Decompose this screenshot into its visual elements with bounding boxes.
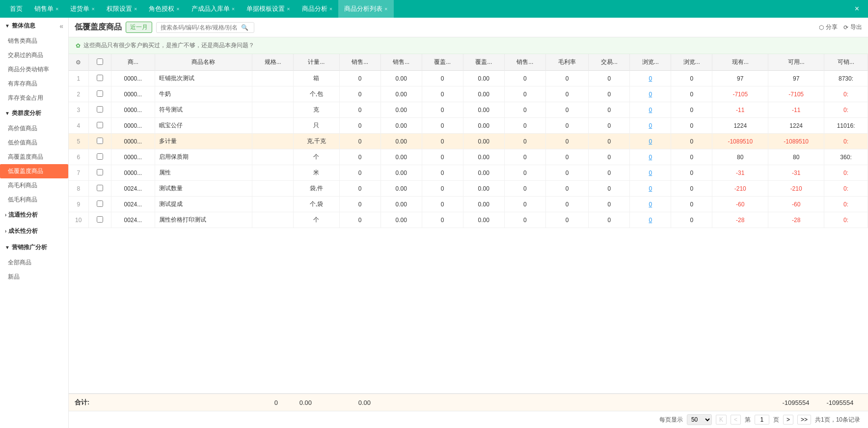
sidebar-item-in-stock[interactable]: 有库存商品	[0, 77, 68, 91]
sidebar-section-growth[interactable]: › 成长性分析	[0, 223, 68, 239]
nav-close-sales[interactable]: ×	[55, 6, 58, 12]
sidebar-item-traded-goods[interactable]: 交易过的商品	[0, 48, 68, 62]
row-checkbox[interactable]	[88, 197, 111, 212]
row-sales3: 0	[504, 149, 545, 165]
export-icon: ⟳	[843, 24, 848, 31]
share-btn[interactable]: ⬡ 分享	[819, 23, 838, 31]
row-browse1[interactable]: 0	[630, 181, 671, 197]
row-sellable: 8730:	[824, 71, 868, 86]
nav-close-analysis-list[interactable]: ×	[384, 6, 387, 12]
sidebar-section-marketing[interactable]: ▼ 营销推广分析	[0, 239, 68, 256]
row-browse1[interactable]: 0	[630, 212, 671, 228]
row-checkbox[interactable]	[88, 165, 111, 181]
close-all-btn[interactable]: ×	[850, 4, 864, 13]
sidebar-item-high-value[interactable]: 高价值商品	[0, 121, 68, 136]
nav-close-purchase[interactable]: ×	[91, 6, 94, 12]
sidebar-item-high-margin[interactable]: 高毛利商品	[0, 178, 68, 193]
sidebar-item-low-coverage[interactable]: 低覆盖度商品	[0, 164, 68, 178]
row-current: 1224	[712, 118, 768, 134]
sidebar-section-overall[interactable]: ▼ 整体信息 «	[0, 18, 68, 34]
row-name: 牛奶	[155, 86, 252, 102]
row-current: 80	[712, 149, 768, 165]
nav-close-analysis[interactable]: ×	[329, 6, 332, 12]
sidebar-item-new-goods[interactable]: 新品	[0, 270, 68, 284]
row-checkbox[interactable]	[88, 149, 111, 165]
row-cover2: 0.00	[463, 86, 504, 102]
nav-analysis[interactable]: 商品分析 ×	[296, 0, 338, 18]
sidebar-item-low-value[interactable]: 低价值商品	[0, 136, 68, 150]
main-container: ▼ 整体信息 « 销售类商品 交易过的商品 商品分类动销率 有库存商品 库存资金…	[0, 18, 868, 428]
nav-permission[interactable]: 权限设置 ×	[101, 0, 143, 18]
nav-close-product-warehouse[interactable]: ×	[232, 6, 235, 12]
row-browse1[interactable]: 0	[630, 102, 671, 118]
sidebar-item-category-turnover[interactable]: 商品分类动销率	[0, 62, 68, 77]
sidebar-item-inventory-capital[interactable]: 库存资金占用	[0, 91, 68, 105]
row-trade: 0	[589, 71, 630, 86]
page-number-input[interactable]	[755, 415, 769, 425]
sidebar-item-sales-goods[interactable]: 销售类商品	[0, 34, 68, 48]
sidebar-item-low-margin[interactable]: 低毛利商品	[0, 193, 68, 207]
settings-icon[interactable]: ⚙	[76, 59, 81, 66]
export-btn[interactable]: ⟳ 导出	[843, 23, 862, 31]
nav-analysis-list[interactable]: 商品分析列表 ×	[338, 0, 393, 18]
row-cover2: 0.00	[463, 134, 504, 149]
row-checkbox[interactable]	[88, 212, 111, 228]
nav-purchase[interactable]: 进货单 ×	[64, 0, 100, 18]
row-checkbox[interactable]	[88, 71, 111, 86]
row-margin: 0	[545, 165, 589, 181]
row-browse1[interactable]: 0	[630, 197, 671, 212]
table-row: 9 0024... 测试提成 个,袋 0 0.00 0 0.00 0 0 0 0…	[69, 197, 868, 212]
row-cover2: 0.00	[463, 165, 504, 181]
last-page-btn[interactable]: >>	[797, 415, 811, 425]
nav-template[interactable]: 单据模板设置 ×	[241, 0, 296, 18]
row-browse1[interactable]: 0	[630, 118, 671, 134]
row-checkbox[interactable]	[88, 181, 111, 197]
row-cover1: 0	[422, 212, 463, 228]
sidebar-item-high-coverage[interactable]: 高覆盖度商品	[0, 150, 68, 164]
row-browse1[interactable]: 0	[630, 86, 671, 102]
row-browse1[interactable]: 0	[630, 149, 671, 165]
first-page-btn[interactable]: K	[716, 415, 727, 425]
search-input[interactable]	[161, 24, 239, 31]
row-name: 旺铺批次测试	[155, 71, 252, 86]
sidebar-item-all-goods[interactable]: 全部商品	[0, 256, 68, 270]
row-checkbox[interactable]	[88, 118, 111, 134]
total-sales1: 0	[261, 399, 291, 406]
row-browse1[interactable]: 0	[630, 134, 671, 149]
row-sales3: 0	[504, 134, 545, 149]
nav-role[interactable]: 角色授权 ×	[143, 0, 185, 18]
row-browse1[interactable]: 0	[630, 71, 671, 86]
row-checkbox[interactable]	[88, 102, 111, 118]
row-trade: 0	[589, 86, 630, 102]
sidebar-collapse-btn[interactable]: «	[59, 22, 63, 30]
next-page-btn[interactable]: >	[783, 415, 793, 425]
prev-page-btn[interactable]: <	[731, 415, 741, 425]
sidebar-section-cluster[interactable]: ▼ 类群度分析	[0, 105, 68, 121]
row-cover1: 0	[422, 118, 463, 134]
row-browse1[interactable]: 0	[630, 165, 671, 181]
nav-close-role[interactable]: ×	[176, 6, 179, 12]
date-filter-btn[interactable]: 近一月	[126, 22, 152, 33]
row-checkbox[interactable]	[88, 86, 111, 102]
row-sales2: 0.00	[380, 197, 422, 212]
col-available: 可用...	[768, 54, 824, 71]
nav-close-permission[interactable]: ×	[134, 6, 137, 12]
row-cover2: 0.00	[463, 149, 504, 165]
row-sales3: 0	[504, 86, 545, 102]
info-banner: ✿ 这些商品只有很少客户购买过，是推广不够，还是商品本身问题？	[69, 37, 868, 54]
row-current: -60	[712, 197, 768, 212]
page-size-select[interactable]: 50 100 200	[687, 414, 712, 425]
nav-product-warehouse[interactable]: 产成品入库单 ×	[186, 0, 241, 18]
header-actions: ⬡ 分享 ⟳ 导出	[819, 23, 862, 31]
row-checkbox[interactable]	[88, 134, 111, 149]
row-current: -11	[712, 102, 768, 118]
sidebar-section-liquidity[interactable]: › 流通性分析	[0, 207, 68, 223]
col-settings[interactable]: ⚙	[69, 54, 88, 71]
row-name: 测试数量	[155, 181, 252, 197]
select-all-checkbox[interactable]	[97, 58, 103, 65]
nav-close-template[interactable]: ×	[287, 6, 290, 12]
row-cover1: 0	[422, 86, 463, 102]
nav-home[interactable]: 首页	[4, 0, 28, 18]
nav-sales[interactable]: 销售单 ×	[28, 0, 64, 18]
row-trade: 0	[589, 118, 630, 134]
